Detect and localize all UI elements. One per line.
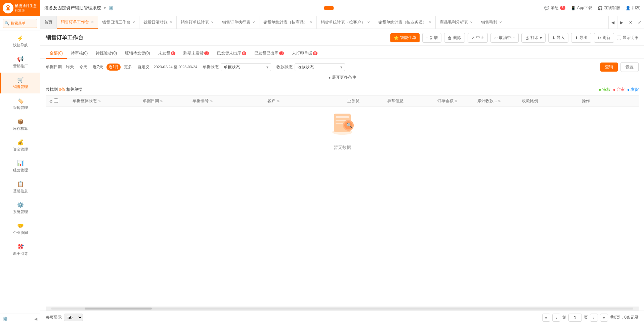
tab-sales-workbench[interactable]: 销售订单工作台 ✕ bbox=[57, 16, 98, 29]
app-download-btn[interactable]: 📱 App下载 bbox=[571, 5, 592, 11]
scroll-track[interactable] bbox=[51, 308, 633, 310]
next-page-btn[interactable]: › bbox=[590, 314, 598, 322]
sidebar-item-marketing[interactable]: 📢 营销推广 bbox=[0, 52, 40, 73]
sidebar-item-system[interactable]: ⚙️ 系统管理 bbox=[0, 198, 40, 218]
sidebar-item-finance[interactable]: 💰 资金管理 bbox=[0, 135, 40, 156]
show-detail-checkbox[interactable]: 显示明细 bbox=[617, 35, 639, 41]
user-btn[interactable]: 👤 用友 bbox=[626, 5, 640, 11]
date-opt-yesterday[interactable]: 昨天 bbox=[64, 64, 76, 71]
tab-cash-daily[interactable]: 钱货日清工作台 ✕ bbox=[98, 16, 139, 29]
tab-close-icon-7[interactable]: ✕ bbox=[367, 21, 370, 24]
tab-close-icon-6[interactable]: ✕ bbox=[310, 21, 312, 24]
sidebar-item-purchase[interactable]: 🏷️ 采购管理 bbox=[0, 93, 40, 114]
tab-scroll-right[interactable]: ▶ bbox=[617, 16, 626, 29]
tab-close-icon-3[interactable]: ✕ bbox=[170, 21, 172, 24]
tab-close-icon[interactable]: ✕ bbox=[91, 20, 94, 24]
delete-button[interactable]: 🗑 删除 bbox=[444, 33, 465, 43]
refresh-button[interactable]: ↻ 刷新 bbox=[594, 33, 614, 43]
subtab-pending-review[interactable]: 待审核(0) bbox=[67, 48, 92, 59]
sort-collect-icon[interactable]: ⇅ bbox=[498, 99, 501, 103]
batch-ship-btn[interactable]: ● 发货 bbox=[627, 87, 639, 92]
last-page-btn[interactable]: » bbox=[600, 314, 608, 322]
sort-status-icon[interactable]: ⇅ bbox=[98, 99, 101, 103]
smart-create-button[interactable]: ⭐ 智能生单 bbox=[390, 33, 420, 42]
date-opt-7days[interactable]: 近7天 bbox=[91, 64, 105, 71]
payment-select[interactable]: 收款状态 bbox=[295, 63, 345, 71]
show-detail-input[interactable] bbox=[617, 36, 621, 40]
settings-icon[interactable]: ⚙️ bbox=[3, 317, 8, 321]
sidebar-item-basic-info[interactable]: 📋 基础信息 bbox=[0, 177, 40, 198]
tab-home[interactable]: 首页 bbox=[40, 16, 57, 29]
subtab-all[interactable]: 全部(0) bbox=[46, 48, 67, 59]
query-button[interactable]: 查询 bbox=[600, 63, 618, 72]
new-button[interactable]: + 新增 bbox=[422, 33, 441, 43]
tab-goods-stats[interactable]: 销货单统计表（按商品） ✕ bbox=[259, 16, 317, 29]
sidebar-item-cooperation[interactable]: 🤝 企业协同 bbox=[0, 218, 40, 239]
subtab-not-printed[interactable]: 未打印单据0 bbox=[288, 48, 321, 59]
column-settings-icon[interactable]: ⚙ bbox=[49, 99, 53, 104]
page-size-select[interactable]: 50 100 200 bbox=[64, 314, 83, 321]
subtab-overdue[interactable]: 到期未发货0 bbox=[179, 48, 213, 59]
sidebar-item-operations[interactable]: 📊 经营管理 bbox=[0, 156, 40, 177]
stop-button[interactable]: ⊘ 中止 bbox=[468, 33, 488, 43]
date-opt-today[interactable]: 今天 bbox=[77, 64, 89, 71]
batch-reject-btn[interactable]: ● 弃审 bbox=[613, 87, 625, 92]
tab-close-all[interactable]: ✕ bbox=[626, 16, 635, 29]
subtab-shipped-not-out[interactable]: 已发货未出库0 bbox=[213, 48, 251, 59]
horizontal-scrollbar[interactable] bbox=[46, 307, 639, 311]
sort-date-icon[interactable]: ⇅ bbox=[160, 99, 163, 103]
tab-staff-stats[interactable]: 销货单统计表（按业务员） ✕ bbox=[374, 16, 436, 29]
online-service-btn[interactable]: 🎧 在线客服 bbox=[598, 5, 620, 11]
tab-close-icon-4[interactable]: ✕ bbox=[211, 21, 214, 24]
tab-sales-exec[interactable]: 销售订单执行表 ✕ bbox=[218, 16, 259, 29]
scroll-thumb[interactable] bbox=[85, 308, 152, 310]
sort-num-icon[interactable]: ⇅ bbox=[210, 99, 213, 103]
date-opt-1month[interactable]: 近1月 bbox=[106, 64, 121, 71]
sort-amount-icon[interactable]: ⇅ bbox=[455, 99, 457, 103]
tab-close-icon-2[interactable]: ✕ bbox=[132, 21, 135, 24]
import-button[interactable]: ⬇ 导入 bbox=[548, 33, 568, 43]
tab-margin-analysis[interactable]: 商品毛利分析表 ✕ bbox=[436, 16, 477, 29]
tab-maximize[interactable]: ⤢ bbox=[635, 16, 644, 29]
sidebar-item-sales[interactable]: 🛒 销售管理 bbox=[0, 73, 40, 93]
tab-sales-margin[interactable]: 销售毛利 ✕ bbox=[477, 16, 506, 29]
select-all-checkbox[interactable] bbox=[54, 98, 58, 103]
subtab-not-shipped[interactable]: 未发货0 bbox=[154, 48, 180, 59]
tab-close-icon-10[interactable]: ✕ bbox=[499, 21, 502, 24]
export-button[interactable]: ⬆ 导出 bbox=[571, 33, 591, 43]
date-opt-custom[interactable]: 自定义 bbox=[135, 64, 152, 71]
sidebar-item-quick-nav[interactable]: ⚡ 快捷导航 bbox=[0, 31, 40, 52]
top-bar: 装备及固定资产辅助管理系统 ▾ ⚙️ 💬 消息 6 📱 App下载 🎧 bbox=[40, 0, 644, 16]
search-menu-button[interactable]: 🔍 搜索菜单 bbox=[3, 19, 37, 28]
tab-sales-stats[interactable]: 销售订单统计表 ✕ bbox=[177, 16, 218, 29]
first-page-btn[interactable]: « bbox=[542, 314, 550, 322]
tab-close-icon-5[interactable]: ✕ bbox=[252, 21, 255, 24]
batch-approve-btn[interactable]: ● 审核 bbox=[599, 87, 610, 92]
sort-client-icon[interactable]: ⇅ bbox=[277, 99, 280, 103]
top-bar-center bbox=[324, 6, 334, 10]
sidebar-item-inventory[interactable]: 📦 库存核算 bbox=[0, 114, 40, 135]
tab-cash-reconcile[interactable]: 钱货日清对账 ✕ bbox=[139, 16, 177, 29]
tab-close-icon-9[interactable]: ✕ bbox=[470, 21, 473, 24]
expand-filter-btn[interactable]: ▾ 展开更多条件 bbox=[329, 75, 356, 80]
prev-page-btn[interactable]: ‹ bbox=[552, 314, 560, 322]
subtab-shipped-out[interactable]: 已发货已出库0 bbox=[250, 48, 288, 59]
message-btn[interactable]: 💬 消息 6 bbox=[544, 5, 565, 11]
date-opt-more[interactable]: 更多 bbox=[122, 64, 134, 71]
page-number-input[interactable] bbox=[568, 314, 582, 322]
collapse-icon[interactable]: ◀ bbox=[34, 317, 37, 321]
logo-text: 畅捷通好生意 标准版 bbox=[15, 3, 37, 12]
tab-client-stats[interactable]: 销货单统计表（按客户） ✕ bbox=[317, 16, 374, 29]
subtab-shop-pending[interactable]: 旺铺待发货(0) bbox=[121, 48, 154, 59]
solution-button[interactable] bbox=[324, 6, 334, 10]
settings-top-icon[interactable]: ⚙️ bbox=[109, 6, 114, 10]
dropdown-icon[interactable]: ▾ bbox=[104, 6, 106, 10]
print-button[interactable]: 🖨 打印 ▾ bbox=[521, 33, 546, 43]
sidebar-item-guide[interactable]: 🎯 新手引导 bbox=[0, 239, 40, 260]
tab-scroll-left[interactable]: ◀ bbox=[608, 16, 617, 29]
status-select[interactable]: 单据状态 bbox=[221, 63, 271, 71]
set-button[interactable]: 设置 bbox=[620, 62, 639, 72]
cancel-stop-button[interactable]: ↩ 取消中止 bbox=[490, 33, 519, 43]
subtab-pending-check[interactable]: 待拣验货(0) bbox=[92, 48, 121, 59]
tab-close-icon-8[interactable]: ✕ bbox=[429, 21, 431, 24]
